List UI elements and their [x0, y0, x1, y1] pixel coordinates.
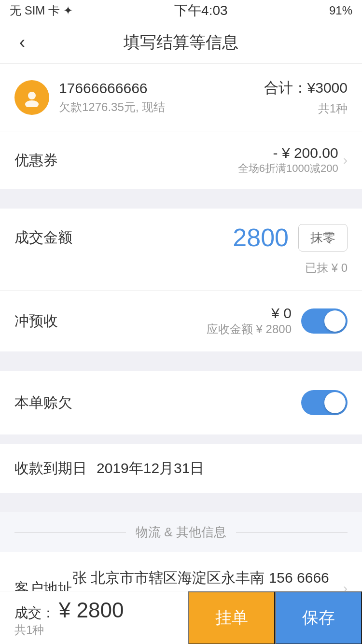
debt-label: 本单赊欠 [14, 393, 72, 413]
divider-2 [0, 361, 362, 371]
customer-total: 合计：¥3000 [264, 78, 348, 98]
amount-label: 成交金额 [14, 228, 72, 248]
logistics-line-left [14, 532, 126, 532]
customer-section: 17666666666 欠款1276.35元, 现结 合计：¥3000 共1种 … [0, 64, 362, 189]
customer-left: 17666666666 欠款1276.35元, 现结 [14, 80, 165, 115]
amount-number: 2800 [233, 223, 289, 252]
bottom-summary: 成交： ¥ 2800 共1种 [0, 598, 188, 638]
avatar [14, 80, 49, 115]
coupon-row[interactable]: 优惠券 - ¥ 200.00 全场6折满1000减200 › [0, 131, 362, 189]
amount-sub-info: 已抹 ¥ 0 [305, 261, 348, 274]
bottom-summary-count: 共1种 [14, 622, 174, 638]
nav-bar: ‹ 填写结算等信息 [0, 21, 362, 64]
status-bar: 无 SIM 卡 ✦ 下午4:03 91% [0, 0, 362, 21]
logistics-title: 物流 & 其他信息 [136, 524, 226, 541]
prepay-row: 冲预收 ¥ 0 应收金额 ¥ 2800 [0, 290, 362, 351]
due-date-row: 收款到期日 2019年12月31日 [0, 444, 362, 493]
prepay-sub-info: 应收金额 ¥ 2800 [207, 322, 292, 337]
status-left: 无 SIM 卡 ✦ [10, 3, 73, 18]
debt-toggle[interactable] [301, 390, 348, 415]
coupon-label: 优惠券 [14, 151, 58, 170]
save-button[interactable]: 保存 [275, 591, 362, 644]
page-title: 填写结算等信息 [124, 31, 238, 54]
coupon-discount: - ¥ 200.00 [238, 145, 338, 161]
bottom-bar: 成交： ¥ 2800 共1种 挂单 保存 [0, 591, 362, 644]
svg-point-1 [25, 100, 39, 107]
prepay-label-group: 冲预收 [14, 311, 58, 331]
prepay-label: 冲预收 [14, 311, 58, 331]
bottom-summary-prefix: 成交： ¥ 2800 [14, 598, 174, 622]
status-time: 下午4:03 [174, 1, 228, 20]
amount-row-container: 成交金额 2800 抹零 已抹 ¥ 0 [0, 209, 362, 290]
back-button[interactable]: ‹ [14, 28, 30, 57]
logistics-line-right [236, 532, 348, 532]
customer-right: 合计：¥3000 共1种 [264, 78, 348, 116]
sim-status: 无 SIM 卡 ✦ [10, 3, 73, 18]
logistics-header: 物流 & 其他信息 [0, 512, 362, 552]
customer-phone: 17666666666 [59, 80, 165, 97]
amount-value-row: 2800 抹零 [233, 223, 348, 252]
battery-status: 91% [329, 4, 352, 17]
status-right: 91% [329, 4, 352, 17]
divider-1 [0, 199, 362, 209]
prepay-right: ¥ 0 应收金额 ¥ 2800 [207, 305, 348, 337]
svg-point-0 [28, 92, 36, 99]
bottom-summary-amount: ¥ 2800 [59, 598, 124, 622]
divider-3 [0, 503, 362, 512]
amount-section: 成交金额 2800 抹零 已抹 ¥ 0 冲预收 ¥ 0 应收金额 ¥ 2800 [0, 209, 362, 351]
prepay-toggle[interactable] [301, 308, 348, 334]
prepay-amount: ¥ 0 [207, 305, 292, 322]
customer-row: 17666666666 欠款1276.35元, 现结 合计：¥3000 共1种 [0, 64, 362, 131]
coupon-right: - ¥ 200.00 全场6折满1000减200 › [238, 145, 348, 176]
hold-order-button[interactable]: 挂单 [188, 591, 275, 644]
bottom-summary-label: 成交： [14, 605, 55, 620]
customer-count: 共1种 [264, 101, 348, 116]
amount-row: 成交金额 2800 抹零 [14, 223, 348, 252]
coupon-detail: 全场6折满1000减200 [238, 161, 338, 176]
round-button[interactable]: 抹零 [298, 224, 348, 252]
due-date-value: 2019年12月31日 [97, 459, 204, 478]
debt-row: 本单赊欠 [0, 371, 362, 434]
customer-info: 17666666666 欠款1276.35元, 现结 [59, 80, 165, 115]
chevron-right-icon: › [343, 153, 348, 168]
due-date-label: 收款到期日 [14, 459, 87, 478]
customer-sub-info: 欠款1276.35元, 现结 [59, 99, 165, 115]
